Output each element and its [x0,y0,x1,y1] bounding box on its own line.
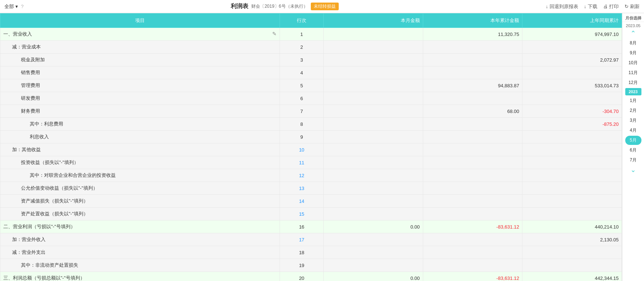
month-9[interactable]: 9月 [625,48,641,58]
cell-month-7 [323,105,423,118]
cell-lastyear-2 [522,41,622,54]
content-area: 项目 行次 本月金额 本年累计金额 上年同期累计 一、营业收入✎111,320.… [0,13,622,281]
table-row: 减：营业成本2 [0,41,622,54]
top-bar-left: 全部 ▾ ? [4,3,24,10]
profit-table: 项目 行次 本月金额 本年累计金额 上年同期累计 一、营业收入✎111,320.… [0,13,622,281]
cell-year-2 [423,41,522,54]
cell-item-13: 公允价值变动收益（损失以"-"填列） [0,182,280,195]
cell-rownum-3: 3 [280,54,323,66]
cell-year-14 [423,195,522,208]
month-4[interactable]: 4月 [625,126,641,135]
cell-month-10 [323,143,423,156]
month-3[interactable]: 3月 [625,116,641,125]
cell-rownum-15: 15 [280,208,323,220]
scope-label: 全部 [4,3,14,10]
month-6[interactable]: 6月 [625,146,641,155]
scope-selector[interactable]: 全部 ▾ [4,3,18,10]
cell-item-14: 资产减值损失（损失以"-"填列） [0,195,280,208]
table-row: 公允价值变动收益（损失以"-"填列）13 [0,182,622,195]
month-12[interactable]: 12月 [625,78,641,87]
cell-lastyear-4 [522,66,622,79]
month-10[interactable]: 10月 [625,58,641,67]
cell-rownum-19: 19 [280,259,323,272]
cell-rownum-12: 12 [280,169,323,182]
cell-year-19 [423,259,522,272]
cell-rownum-5: 5 [280,79,323,92]
cell-item-9: 利息收入 [0,131,280,143]
cell-year-15 [423,208,522,220]
cell-rownum-18: 18 [280,246,323,259]
cell-rownum-16: 16 [280,220,323,233]
cell-month-6 [323,92,423,105]
cell-rownum-2: 2 [280,41,323,54]
month-11[interactable]: 11月 [625,68,641,77]
top-bar: 全部 ▾ ? 利润表 财会〔2019〕6号（未执行） 未结转损益 ↓ 回退到原报… [0,0,644,13]
cell-item-5: 管理费用 [0,79,280,92]
print-button[interactable]: 🖨 打印 [603,3,619,10]
edit-icon[interactable]: ✎ [272,31,277,37]
year-2023-label: 2023 [625,88,641,95]
cell-lastyear-11 [522,156,622,169]
cell-month-5 [323,79,423,92]
cell-year-17 [423,233,522,246]
cell-month-9 [323,131,423,143]
cell-lastyear-7: -304.70 [522,105,622,118]
cell-item-8: 其中：利息费用 [0,118,280,131]
table-row: 其中：利息费用8-875.20 [0,118,622,131]
month-8[interactable]: 8月 [625,39,641,48]
table-row: 研发费用6 [0,92,622,105]
cell-year-8 [423,118,522,131]
top-bar-center: 利润表 财会〔2019〕6号（未执行） 未结转损益 [231,3,338,10]
month-1[interactable]: 1月 [625,96,641,105]
cell-month-15 [323,208,423,220]
cell-lastyear-18 [522,246,622,259]
cell-lastyear-1: 974,997.10 [522,28,622,41]
download-button[interactable]: ↓ 下载 [584,3,597,10]
table-row: 投资收益（损失以"-"填列）11 [0,156,622,169]
cell-lastyear-16: 440,214.10 [522,220,622,233]
cell-rownum-20: 20 [280,272,323,281]
month-up-arrow[interactable]: ⌃ [630,29,636,37]
month-2[interactable]: 2月 [625,106,641,115]
help-icon[interactable]: ? [21,4,24,9]
top-bar-actions: ↓ 回退到原报表 ↓ 下载 🖨 打印 ↻ 刷新 [546,3,640,10]
table-row: 其中：对联营企业和合营企业的投资收益12 [0,169,622,182]
table-row: 销售费用4 [0,66,622,79]
cell-lastyear-9 [522,131,622,143]
cell-month-4 [323,66,423,79]
refresh-button[interactable]: ↻ 刷新 [625,3,640,10]
cell-lastyear-6 [522,92,622,105]
table-row: 三、利润总额（亏损总额以"-"号填列）200.00-83,631.12442,3… [0,272,622,281]
cell-month-19 [323,259,423,272]
cell-rownum-14: 14 [280,195,323,208]
cell-year-16: -83,631.12 [423,220,522,233]
cell-year-11 [423,156,522,169]
cell-year-6 [423,92,522,105]
cell-item-12: 其中：对联营企业和合营企业的投资收益 [0,169,280,182]
cell-lastyear-17: 2,130.05 [522,233,622,246]
cell-lastyear-20: 442,344.15 [522,272,622,281]
table-header-row: 项目 行次 本月金额 本年累计金额 上年同期累计 [0,14,622,28]
table-container[interactable]: 项目 行次 本月金额 本年累计金额 上年同期累计 一、营业收入✎111,320.… [0,13,622,281]
cell-lastyear-3: 2,072.97 [522,54,622,66]
month-7[interactable]: 7月 [625,156,641,165]
back-button[interactable]: ↓ 回退到原报表 [546,3,578,10]
month-down-arrow[interactable]: ⌄ [630,166,636,174]
cell-lastyear-13 [522,182,622,195]
table-row: 资产减值损失（损失以"-"填列）14 [0,195,622,208]
month-5[interactable]: 5月 [625,136,641,145]
table-row: 减：营业外支出18 [0,246,622,259]
cell-month-3 [323,54,423,66]
cell-month-17 [323,233,423,246]
cell-month-20: 0.00 [323,272,423,281]
scope-dropdown-icon: ▾ [15,4,18,9]
cell-year-1: 11,320.75 [423,28,522,41]
table-row: 利息收入9 [0,131,622,143]
cell-year-5: 94,883.87 [423,79,522,92]
cell-item-2: 减：营业成本 [0,41,280,54]
cell-month-13 [323,182,423,195]
cell-month-1 [323,28,423,41]
cell-month-14 [323,195,423,208]
cell-year-9 [423,131,522,143]
cell-month-8 [323,118,423,131]
